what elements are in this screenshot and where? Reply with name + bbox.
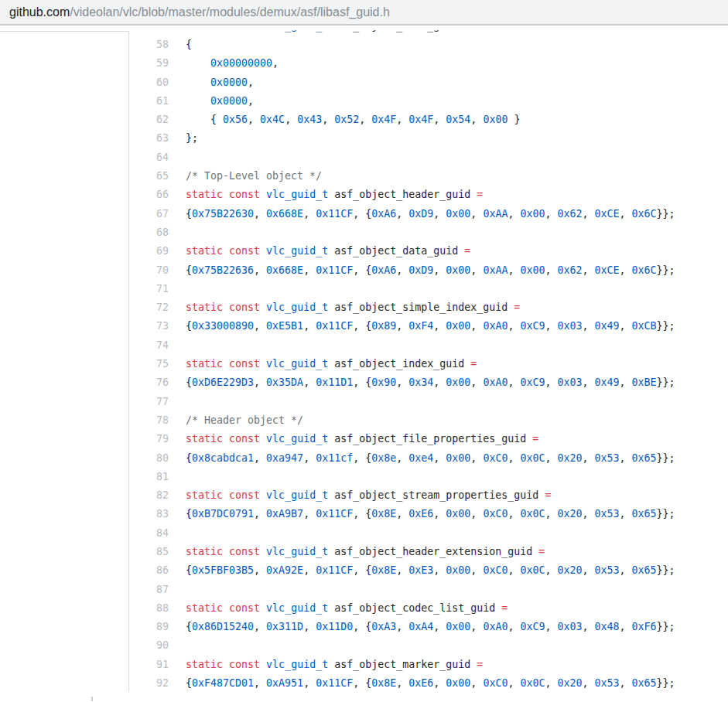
line-number-58[interactable]: 58 (130, 36, 169, 54)
code-line-89: 89{0x86D15240, 0x311D, 0x11D0, {0xA3, 0x… (130, 618, 728, 636)
code-line-58: 58{ (130, 36, 728, 54)
code-line-59: 59 0x00000000, (130, 54, 728, 73)
code-text: static const vlc_guid_t asf_object_marke… (169, 656, 483, 674)
line-number-89[interactable]: 89 (130, 618, 169, 636)
line-number-59[interactable]: 59 (130, 54, 169, 73)
line-number-65[interactable]: 65 (130, 167, 169, 186)
code-text: static const vlc_guid_t asf_object_codec… (169, 599, 508, 618)
line-number-86[interactable]: 86 (130, 561, 169, 580)
code-line-76: 76{0xD6E229D3, 0x35DA, 0x11D1, {0x90, 0x… (130, 373, 728, 392)
line-number-90[interactable]: 90 (130, 636, 169, 655)
code-line-87: 87 (130, 581, 728, 599)
line-number-75[interactable]: 75 (130, 355, 169, 373)
code-line-70: 70{0x75B22636, 0x668E, 0x11CF, {0xA6, 0x… (130, 261, 728, 280)
code-line-75: 75static const vlc_guid_t asf_object_ind… (130, 355, 728, 373)
code-line-85: 85static const vlc_guid_t asf_object_hea… (130, 543, 728, 561)
code-line-73: 73{0x33000890, 0xE5B1, 0x11CF, {0x89, 0x… (130, 317, 728, 336)
viewport-clip-strip (130, 26, 728, 30)
code-line-80: 80{0x8cabdca1, 0xa947, 0x11cf, {0x8e, 0x… (130, 449, 728, 468)
line-number-64[interactable]: 64 (130, 148, 169, 167)
line-number-61[interactable]: 61 (130, 92, 169, 111)
code-text: 0x00000000, (169, 54, 279, 73)
code-text: {0x5FBF03B5, 0xA92E, 0x11CF, {0x8E, 0xE3… (169, 561, 675, 580)
line-number-66[interactable]: 66 (130, 186, 169, 204)
line-number-73[interactable]: 73 (130, 317, 169, 336)
code-line-83: 83{0xB7DC0791, 0xA9B7, 0x11CF, {0x8E, 0x… (130, 505, 728, 523)
code-viewport: 57static const vlc_guid_t vlc_object_roo… (130, 17, 728, 693)
code-line-60: 60 0x0000, (130, 73, 728, 92)
code-line-68: 68 (130, 223, 728, 242)
code-text: static const vlc_guid_t asf_object_file_… (169, 430, 538, 448)
code-line-74: 74 (130, 336, 728, 355)
code-text: 0x0000, (169, 73, 254, 92)
code-text: {0x86D15240, 0x311D, 0x11D0, {0xA3, 0xA4… (169, 618, 675, 636)
code-line-72: 72static const vlc_guid_t asf_object_sim… (130, 298, 728, 317)
url-host: github.com (9, 5, 70, 19)
line-number-87[interactable]: 87 (130, 581, 169, 599)
code-line-92: 92{0xF487CD01, 0xA951, 0x11CF, {0x8E, 0x… (130, 674, 728, 693)
code-text (169, 393, 186, 411)
code-line-77: 77 (130, 393, 728, 411)
code-line-66: 66static const vlc_guid_t asf_object_hea… (130, 186, 728, 204)
code-line-65: 65/* Top-Level object */ (130, 167, 728, 186)
code-line-82: 82static const vlc_guid_t asf_object_str… (130, 486, 728, 505)
line-number-84[interactable]: 84 (130, 524, 169, 543)
code-line-69: 69static const vlc_guid_t asf_object_dat… (130, 242, 728, 261)
code-line-64: 64 (130, 148, 728, 167)
line-number-70[interactable]: 70 (130, 261, 169, 280)
code-text: { (169, 36, 192, 54)
line-number-77[interactable]: 77 (130, 393, 169, 411)
code-text: /* Header object */ (169, 411, 303, 430)
bottom-edge-artifact (91, 697, 93, 701)
line-number-81[interactable]: 81 (130, 468, 169, 486)
code-text (169, 468, 186, 486)
url-path: /videolan/vlc/blob/master/modules/demux/… (70, 5, 390, 19)
code-line-78: 78/* Header object */ (130, 411, 728, 430)
line-number-63[interactable]: 63 (130, 129, 169, 148)
code-text: static const vlc_guid_t asf_object_heade… (169, 543, 545, 561)
address-bar[interactable]: github.com/videolan/vlc/blob/master/modu… (0, 0, 728, 26)
code-line-62: 62 { 0x56, 0x4C, 0x43, 0x52, 0x4F, 0x4F,… (130, 111, 728, 129)
code-line-71: 71 (130, 280, 728, 298)
line-number-80[interactable]: 80 (130, 449, 169, 468)
code-line-79: 79static const vlc_guid_t asf_object_fil… (130, 430, 728, 448)
code-line-63: 63}; (130, 129, 728, 148)
line-number-91[interactable]: 91 (130, 656, 169, 674)
line-number-74[interactable]: 74 (130, 336, 169, 355)
code-line-90: 90 (130, 636, 728, 655)
code-text: {0x8cabdca1, 0xa947, 0x11cf, {0x8e, 0xe4… (169, 449, 675, 468)
line-number-62[interactable]: 62 (130, 111, 169, 129)
code-text (169, 336, 186, 355)
code-line-88: 88static const vlc_guid_t asf_object_cod… (130, 599, 728, 618)
code-text: static const vlc_guid_t asf_object_simpl… (169, 298, 520, 317)
line-number-71[interactable]: 71 (130, 280, 169, 298)
line-number-92[interactable]: 92 (130, 674, 169, 693)
code-text: {0x33000890, 0xE5B1, 0x11CF, {0x89, 0xF4… (169, 317, 675, 336)
line-number-76[interactable]: 76 (130, 373, 169, 392)
code-text: {0x75B22630, 0x668E, 0x11CF, {0xA6, 0xD9… (169, 205, 675, 223)
line-number-68[interactable]: 68 (130, 223, 169, 242)
code-text: {0xB7DC0791, 0xA9B7, 0x11CF, {0x8E, 0xE6… (169, 505, 675, 523)
code-line-91: 91static const vlc_guid_t asf_object_mar… (130, 656, 728, 674)
code-text: static const vlc_guid_t asf_object_index… (169, 355, 477, 373)
line-number-69[interactable]: 69 (130, 242, 169, 261)
page-left-margin-frame (0, 31, 129, 691)
line-number-67[interactable]: 67 (130, 205, 169, 223)
code-text: static const vlc_guid_t asf_object_heade… (169, 186, 483, 204)
code-text: { 0x56, 0x4C, 0x43, 0x52, 0x4F, 0x4F, 0x… (169, 111, 520, 129)
code-line-84: 84 (130, 524, 728, 543)
line-number-83[interactable]: 83 (130, 505, 169, 523)
line-number-88[interactable]: 88 (130, 599, 169, 618)
line-number-72[interactable]: 72 (130, 298, 169, 317)
code-text (169, 581, 186, 599)
line-number-60[interactable]: 60 (130, 73, 169, 92)
code-line-81: 81 (130, 468, 728, 486)
code-line-61: 61 0x0000, (130, 92, 728, 111)
code-text: {0xF487CD01, 0xA951, 0x11CF, {0x8E, 0xE6… (169, 674, 675, 693)
code-line-67: 67{0x75B22630, 0x668E, 0x11CF, {0xA6, 0x… (130, 205, 728, 223)
line-number-85[interactable]: 85 (130, 543, 169, 561)
line-number-82[interactable]: 82 (130, 486, 169, 505)
code-line-86: 86{0x5FBF03B5, 0xA92E, 0x11CF, {0x8E, 0x… (130, 561, 728, 580)
line-number-79[interactable]: 79 (130, 430, 169, 448)
line-number-78[interactable]: 78 (130, 411, 169, 430)
